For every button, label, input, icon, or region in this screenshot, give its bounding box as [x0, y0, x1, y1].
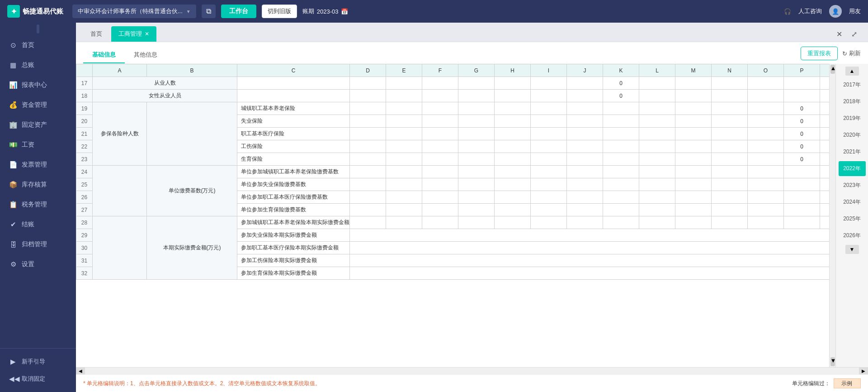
- cell-27-e[interactable]: [386, 204, 422, 216]
- cell-22-l[interactable]: [639, 140, 675, 153]
- cell-30-c[interactable]: 参加职工基本医疗保险本期实际缴费金额: [237, 242, 350, 254]
- sidebar-item-tax[interactable]: 📋 税务管理: [0, 195, 76, 215]
- cell-22-n[interactable]: [712, 140, 748, 153]
- cell-27-q[interactable]: [820, 204, 830, 216]
- cell-19-e[interactable]: [386, 102, 422, 115]
- cell-24-e[interactable]: [386, 166, 422, 178]
- col-header-j[interactable]: J: [567, 64, 603, 77]
- cell-17-p[interactable]: [784, 77, 820, 90]
- cell-19-a[interactable]: 参保各险种人数: [93, 102, 147, 166]
- cell-17-f[interactable]: [422, 77, 458, 90]
- cell-26-i[interactable]: [531, 191, 567, 204]
- cell-18-e[interactable]: [386, 90, 422, 102]
- cell-25-q[interactable]: [820, 178, 830, 191]
- cell-27-h[interactable]: [495, 204, 531, 216]
- cell-20-f[interactable]: [422, 115, 458, 128]
- cell-21-p[interactable]: 0: [784, 128, 820, 140]
- cell-19-k[interactable]: [603, 102, 639, 115]
- calendar-icon[interactable]: 📅: [341, 8, 348, 15]
- cell-20-e[interactable]: [386, 115, 422, 128]
- cell-26-g[interactable]: [458, 191, 495, 204]
- cell-17-e[interactable]: [386, 77, 422, 90]
- cell-18-l[interactable]: [639, 90, 675, 102]
- cell-23-m[interactable]: [675, 153, 712, 166]
- cell-20-k[interactable]: [603, 115, 639, 128]
- refresh-button[interactable]: ↻ 刷新: [842, 49, 861, 57]
- cell-17-q[interactable]: [820, 77, 830, 90]
- cell-25-e[interactable]: [386, 178, 422, 191]
- cell-29-rest[interactable]: [350, 229, 830, 242]
- cell-19-n[interactable]: [712, 102, 748, 115]
- cell-32-c[interactable]: 参加生育保险本期实际缴费金额: [237, 267, 350, 280]
- cell-26-e[interactable]: [386, 191, 422, 204]
- year-2022[interactable]: 2022年: [839, 161, 866, 176]
- col-header-h[interactable]: H: [495, 64, 531, 77]
- sidebar-item-home[interactable]: ⊙ 首页: [0, 35, 76, 55]
- cell-17-c[interactable]: [237, 77, 350, 90]
- cell-26-k[interactable]: [603, 191, 639, 204]
- cell-26-o[interactable]: [748, 191, 784, 204]
- cell-27-o[interactable]: [748, 204, 784, 216]
- cell-24-h[interactable]: [495, 166, 531, 178]
- cell-28-a[interactable]: [93, 216, 147, 280]
- cell-19-f[interactable]: [422, 102, 458, 115]
- cell-19-o[interactable]: [748, 102, 784, 115]
- cell-19-p[interactable]: 0: [784, 102, 820, 115]
- cell-25-o[interactable]: [748, 178, 784, 191]
- col-header-a[interactable]: A: [93, 64, 147, 77]
- cell-28-o[interactable]: [748, 216, 784, 229]
- cell-18-p[interactable]: [784, 90, 820, 102]
- cell-23-g[interactable]: [458, 153, 495, 166]
- sidebar-item-settings[interactable]: ⚙ 设置: [0, 254, 76, 274]
- cell-17-a[interactable]: 从业人数: [93, 77, 237, 90]
- cell-28-f[interactable]: [422, 216, 458, 229]
- cell-18-j[interactable]: [567, 90, 603, 102]
- cell-25-i[interactable]: [531, 178, 567, 191]
- cell-17-i[interactable]: [531, 77, 567, 90]
- cell-28-b[interactable]: 本期实际缴费金额(万元): [147, 216, 237, 280]
- cell-20-q[interactable]: [820, 115, 830, 128]
- cell-23-c[interactable]: 生育保险: [237, 153, 350, 166]
- cell-23-o[interactable]: [748, 153, 784, 166]
- col-header-f[interactable]: F: [422, 64, 458, 77]
- cell-17-m[interactable]: [675, 77, 712, 90]
- cell-24-l[interactable]: [639, 166, 675, 178]
- h-scroll-inner[interactable]: [85, 368, 859, 375]
- cell-21-f[interactable]: [422, 128, 458, 140]
- cell-26-h[interactable]: [495, 191, 531, 204]
- sheet-scroll[interactable]: A B C D E F G H I J: [76, 64, 829, 367]
- cell-22-o[interactable]: [748, 140, 784, 153]
- cell-23-h[interactable]: [495, 153, 531, 166]
- cell-24-k[interactable]: [603, 166, 639, 178]
- cell-20-g[interactable]: [458, 115, 495, 128]
- cell-25-n[interactable]: [712, 178, 748, 191]
- cell-22-d[interactable]: [350, 140, 386, 153]
- cell-18-k[interactable]: 0: [603, 90, 639, 102]
- cell-28-n[interactable]: [712, 216, 748, 229]
- cell-21-o[interactable]: [748, 128, 784, 140]
- cell-24-c[interactable]: 单位参加城镇职工基本养老保险缴费基数: [237, 166, 350, 178]
- cell-28-m[interactable]: [675, 216, 712, 229]
- cell-17-o[interactable]: [748, 77, 784, 90]
- h-scroll-bar[interactable]: ◀ ▶: [76, 367, 868, 374]
- year-2024[interactable]: 2024年: [839, 195, 866, 210]
- cell-18-h[interactable]: [495, 90, 531, 102]
- cell-31-c[interactable]: 参加工伤保险本期实际缴费金额: [237, 254, 350, 267]
- cell-22-q[interactable]: [820, 140, 830, 153]
- cell-21-n[interactable]: [712, 128, 748, 140]
- cell-22-m[interactable]: [675, 140, 712, 153]
- sidebar-item-invoice[interactable]: 📄 发票管理: [0, 155, 76, 175]
- v-scroll-up[interactable]: ▲: [830, 65, 835, 74]
- cell-28-h[interactable]: [495, 216, 531, 229]
- year-2019[interactable]: 2019年: [839, 111, 866, 126]
- cell-24-o[interactable]: [748, 166, 784, 178]
- cell-21-e[interactable]: [386, 128, 422, 140]
- cell-18-m[interactable]: [675, 90, 712, 102]
- cell-18-c[interactable]: [237, 90, 350, 102]
- col-header-k[interactable]: K: [603, 64, 639, 77]
- year-2020[interactable]: 2020年: [839, 128, 866, 143]
- workbench-button[interactable]: 工作台: [221, 5, 256, 18]
- cell-25-j[interactable]: [567, 178, 603, 191]
- cell-22-f[interactable]: [422, 140, 458, 153]
- cell-24-d[interactable]: [350, 166, 386, 178]
